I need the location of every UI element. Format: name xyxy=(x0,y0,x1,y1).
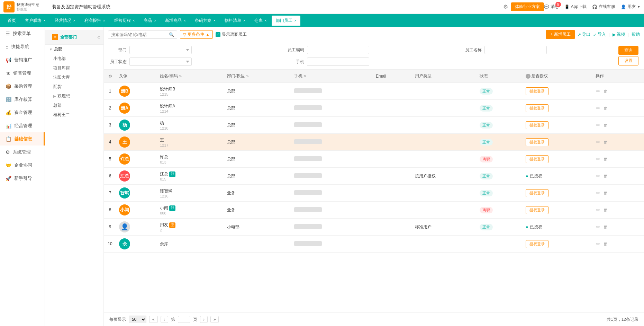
sidebar-item-system[interactable]: ⚙ 系统管理 xyxy=(0,146,45,159)
tab-close-icon[interactable]: × xyxy=(184,19,186,23)
set-button[interactable]: 设置 xyxy=(618,56,638,65)
auth-button[interactable]: 授权登录 xyxy=(526,240,548,248)
sidebar-item-finance[interactable]: 💰 资金管理 xyxy=(0,106,45,119)
page-size-select[interactable]: 50 100 xyxy=(129,316,146,323)
tab-close-icon[interactable]: × xyxy=(243,19,245,23)
tab-close-icon[interactable]: × xyxy=(73,19,75,23)
next-page-btn[interactable]: › xyxy=(200,316,208,323)
delete-button[interactable]: 🗑 xyxy=(603,105,608,111)
tab-bom[interactable]: 物料清单 × xyxy=(220,16,250,26)
tab-customer[interactable]: 客户联络 × xyxy=(21,16,50,26)
edit-button[interactable]: ✏ xyxy=(596,139,600,145)
edit-button[interactable]: ✏ xyxy=(596,241,600,247)
dept-node-slx[interactable]: ▶ 双鹿想 xyxy=(45,91,103,101)
delete-button[interactable]: 🗑 xyxy=(603,173,608,179)
status-filter-select[interactable] xyxy=(129,58,192,66)
search-icon[interactable]: 🔍 xyxy=(169,32,174,37)
sidebar-item-quick-nav[interactable]: ⌂ 快捷导航 xyxy=(0,40,45,53)
add-employee-button[interactable]: + 新增员工 xyxy=(546,30,574,39)
sidebar-item-collab[interactable]: 🤝 企业协同 xyxy=(0,159,45,172)
show-resign-check[interactable]: ✓ 显示离职员工 xyxy=(216,32,247,37)
edit-button[interactable]: ✏ xyxy=(596,190,600,196)
sidebar-item-operations[interactable]: 📊 经营管理 xyxy=(0,119,45,132)
video-button[interactable]: ▶ 视频 xyxy=(613,32,625,37)
sidebar-item-guide[interactable]: 🚀 新手引导 xyxy=(0,172,45,185)
dept-node-xmkf[interactable]: 项目库房 xyxy=(45,63,103,73)
dept-node-zswe[interactable]: 植树王二 xyxy=(45,110,103,120)
app-download-item[interactable]: 📱 App下载 xyxy=(564,4,587,10)
dept-node-hq[interactable]: ▼ 总部 xyxy=(45,45,103,54)
trial-button[interactable]: 体验行业方案 xyxy=(511,2,544,11)
more-filter-btn[interactable]: ▽ 更多条件 ▲ xyxy=(180,30,213,39)
sidebar-item-basics[interactable]: 📋 基础信息 xyxy=(0,132,45,146)
code-filter-input[interactable] xyxy=(307,46,369,54)
auth-button[interactable]: 授权登录 xyxy=(526,155,548,163)
prev-page-btn[interactable]: ‹ xyxy=(161,316,168,323)
first-page-btn[interactable]: « xyxy=(149,316,158,323)
sidebar-item-marketing[interactable]: 📢 营销推广 xyxy=(0,53,45,67)
dept-tree-collapse-btn[interactable]: « xyxy=(97,34,100,40)
tab-profit[interactable]: 利润报告 × xyxy=(80,16,109,26)
online-service-item[interactable]: 🎧 在线客服 xyxy=(592,4,615,10)
auth-button[interactable]: 授权登录 xyxy=(526,138,548,146)
tab-history[interactable]: 经营历程 × xyxy=(110,16,139,26)
auth-button[interactable]: 授权登录 xyxy=(526,87,548,95)
phone-filter-input[interactable] xyxy=(307,58,369,66)
dept-node-sydk[interactable]: 沈阳大库 xyxy=(45,73,103,82)
col-settings[interactable]: ⚙ xyxy=(104,70,116,83)
dept-all-btn[interactable]: ⠿ 全部部门 xyxy=(48,32,80,42)
dept-node-zb[interactable]: 总部 xyxy=(45,101,103,110)
delete-button[interactable]: 🗑 xyxy=(603,190,608,196)
tab-close-icon[interactable]: × xyxy=(133,19,135,23)
tab-close-icon[interactable]: × xyxy=(103,19,105,23)
col-phone[interactable]: 手机 ⇅ xyxy=(291,70,373,83)
tab-home[interactable]: 首页 xyxy=(3,16,20,26)
user-item[interactable]: 👤 用友 ▼ xyxy=(621,4,641,10)
query-button[interactable]: 查询 xyxy=(618,46,638,55)
tab-department-staff[interactable]: 部门员工 × xyxy=(272,16,301,26)
tab-goods[interactable]: 商品 × xyxy=(139,16,160,26)
edit-button[interactable]: ✏ xyxy=(596,173,600,179)
auth-button[interactable]: 授权登录 xyxy=(526,104,548,112)
delete-button[interactable]: 🗑 xyxy=(603,139,608,145)
edit-button[interactable]: ✏ xyxy=(596,224,600,230)
sidebar-item-inventory[interactable]: 🔢 库存核算 xyxy=(0,93,45,106)
edit-button[interactable]: ✏ xyxy=(596,207,600,213)
tab-operation[interactable]: 经营情况 × xyxy=(51,16,80,26)
col-name[interactable]: 姓名/编码 ⇅ xyxy=(157,70,224,83)
tab-close-icon[interactable]: × xyxy=(294,19,297,23)
settings-icon[interactable]: ⚙ xyxy=(503,3,508,10)
sidebar-item-sales[interactable]: 🛍 销售管理 xyxy=(0,67,45,80)
dept-node-xdb[interactable]: 小电部 xyxy=(45,54,103,63)
delete-button[interactable]: 🗑 xyxy=(603,241,608,247)
delete-button[interactable]: 🗑 xyxy=(603,207,608,213)
search-input[interactable] xyxy=(111,32,167,37)
delete-button[interactable]: 🗑 xyxy=(603,156,608,162)
dept-filter-select[interactable] xyxy=(129,46,192,54)
sidebar-item-purchase[interactable]: 📦 采购管理 xyxy=(0,80,45,93)
last-page-btn[interactable]: » xyxy=(210,316,219,323)
messages-item[interactable]: 💬 消息 5 xyxy=(544,4,559,10)
auth-button[interactable]: 授权登录 xyxy=(526,206,548,214)
tab-warehouse[interactable]: 仓库 × xyxy=(250,16,271,26)
delete-button[interactable]: 🗑 xyxy=(603,224,608,230)
tab-close-icon[interactable]: × xyxy=(154,19,156,23)
export-button[interactable]: ↗ 导出 xyxy=(578,32,590,37)
tab-new-goods[interactable]: 新增商品 × xyxy=(161,16,190,26)
import-button[interactable]: ↙ 导入 xyxy=(593,32,606,37)
name-filter-input[interactable] xyxy=(484,46,547,54)
page-number-input[interactable]: 1 xyxy=(178,316,190,323)
help-button[interactable]: 帮助 xyxy=(632,32,640,37)
sidebar-item-search-menu[interactable]: ☰ 搜索菜单 xyxy=(0,27,45,40)
delete-button[interactable]: 🗑 xyxy=(603,122,608,128)
auth-button[interactable]: 授权登录 xyxy=(526,121,548,129)
dept-node-ph[interactable]: 配货 xyxy=(45,82,103,91)
edit-button[interactable]: ✏ xyxy=(596,122,600,128)
col-dept[interactable]: 部门/职位 ⇅ xyxy=(224,70,291,83)
tab-barcode[interactable]: 条码方案 × xyxy=(191,16,220,26)
auth-button[interactable]: 授权登录 xyxy=(526,189,548,197)
edit-button[interactable]: ✏ xyxy=(596,88,600,94)
tab-close-icon[interactable]: × xyxy=(214,19,216,23)
edit-button[interactable]: ✏ xyxy=(596,156,600,162)
delete-button[interactable]: 🗑 xyxy=(603,88,608,94)
